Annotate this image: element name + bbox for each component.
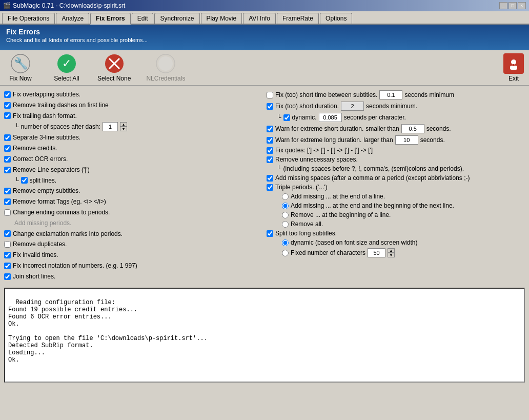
log-area: Reading configuration file: Found 19 pos… xyxy=(4,288,525,383)
fix-trailing-dash-row: Fix trailing dash format. xyxy=(4,111,262,121)
remove-credits-checkbox[interactable] xyxy=(4,145,11,152)
minimize-button[interactable]: _ xyxy=(499,2,507,9)
add-missing-end-next-row: Add missing ... at the end and the begin… xyxy=(282,202,525,210)
correct-ocr-label: Correct OCR errors. xyxy=(13,155,68,164)
fix-invalid-times-checkbox[interactable] xyxy=(4,252,11,258)
tab-options[interactable]: Options xyxy=(320,13,352,24)
warn-long-checkbox[interactable] xyxy=(267,137,273,144)
remove-empty-label: Remove empty subtitles. xyxy=(13,187,80,195)
app-icon: 🎬 xyxy=(3,2,11,9)
remove-duplicates-label: Remove duplicates. xyxy=(13,240,67,249)
select-none-icon xyxy=(104,53,125,74)
fix-incorrect-notation-checkbox[interactable] xyxy=(4,263,11,269)
remove-format-tags-row: Remove format Tags (eg. <i> </i>) xyxy=(4,197,262,207)
warn-long-input[interactable] xyxy=(395,135,418,145)
tab-fix-errors[interactable]: Fix Errors xyxy=(90,13,131,25)
tab-synchronize[interactable]: Synchronize xyxy=(154,13,199,24)
separate-3line-checkbox[interactable] xyxy=(4,134,11,141)
split-lines-row: └ split lines. xyxy=(14,176,262,186)
change-ending-commas-label: Change ending commas to periods. xyxy=(13,208,110,217)
join-short-lines-checkbox[interactable] xyxy=(4,273,11,280)
short-time-input[interactable] xyxy=(379,90,402,99)
change-ending-commas-checkbox[interactable] xyxy=(4,209,11,216)
tab-avi-info[interactable]: AVI Info xyxy=(243,13,276,24)
nl-credentials-button[interactable]: NLCredentials xyxy=(146,53,185,82)
remove-trailing-dashes-checkbox[interactable] xyxy=(4,102,11,109)
dynamic-split-radio[interactable] xyxy=(282,239,289,246)
tab-framerate[interactable]: FrameRate xyxy=(277,13,319,24)
dynamic-split-row: dynamic (based on font size and screen w… xyxy=(282,238,525,247)
fix-short-duration-checkbox[interactable] xyxy=(267,103,273,110)
spaces-up[interactable]: ▲ xyxy=(120,122,127,127)
remove-line-sep-checkbox[interactable] xyxy=(4,167,11,173)
add-missing-end-next-radio[interactable] xyxy=(282,203,289,209)
exit-button[interactable]: Exit xyxy=(503,53,524,82)
right-panel: Fix (too) short time between subtitles. … xyxy=(267,90,525,282)
tab-analyze[interactable]: Analyze xyxy=(56,13,89,24)
remove-empty-checkbox[interactable] xyxy=(4,188,11,194)
add-missing-periods-label: Add missing periods. xyxy=(14,219,71,228)
select-all-label: Select All xyxy=(54,75,79,82)
split-lines-checkbox[interactable] xyxy=(21,177,28,184)
number-spaces-label: number of spaces after dash: xyxy=(21,123,100,131)
remove-all-label: Remove all. xyxy=(291,221,323,228)
remove-beginning-row: Remove ... at the beginning of a line. xyxy=(282,211,525,219)
fix-short-time-checkbox[interactable] xyxy=(267,92,273,98)
change-exclamation-checkbox[interactable] xyxy=(4,230,11,237)
fixed-chars-up[interactable]: ▲ xyxy=(388,248,395,253)
tab-file-operations[interactable]: File Operations xyxy=(2,13,55,24)
svg-rect-11 xyxy=(510,66,517,70)
remove-empty-row: Remove empty subtitles. xyxy=(4,186,262,196)
exit-icon xyxy=(503,53,524,74)
fixed-chars-down[interactable]: ▼ xyxy=(388,253,395,257)
tab-bar: File Operations Analyze Fix Errors Edit … xyxy=(0,11,529,25)
remove-format-tags-checkbox[interactable] xyxy=(4,198,11,205)
maximize-button[interactable]: □ xyxy=(508,2,517,9)
remove-all-radio[interactable] xyxy=(282,221,289,228)
svg-text:✓: ✓ xyxy=(62,57,71,70)
select-none-button[interactable]: Select None xyxy=(97,53,131,82)
title-bar-left: 🎬 SubMagic 0.71 - C:\downloads\p-spirit.… xyxy=(3,2,125,9)
fixed-chars-row: Fixed number of characters ▲ ▼ xyxy=(282,248,525,258)
tab-play-movie[interactable]: Play Movie xyxy=(201,13,242,24)
correct-ocr-checkbox[interactable] xyxy=(4,156,11,163)
l-indent2: └ xyxy=(14,176,19,185)
fixed-chars-radio[interactable] xyxy=(282,250,289,256)
dynamic-input[interactable] xyxy=(319,113,342,122)
fix-overlapping-checkbox[interactable] xyxy=(4,91,11,98)
fix-now-label: Fix Now xyxy=(9,75,31,82)
dynamic-checkbox[interactable] xyxy=(283,114,290,121)
add-missing-spaces-checkbox[interactable] xyxy=(267,175,273,182)
change-ending-commas-row: Change ending commas to periods. xyxy=(4,208,262,217)
spaces-down[interactable]: ▼ xyxy=(120,127,127,131)
separate-3line-row: Separate 3-line subtitles. xyxy=(4,133,262,143)
add-missing-spaces-row: Add missing spaces (after a comma or a p… xyxy=(267,174,525,182)
spaces-input[interactable] xyxy=(103,122,118,131)
short-duration-input[interactable] xyxy=(341,102,364,111)
remove-duplicates-checkbox[interactable] xyxy=(4,241,11,248)
fix-invalid-times-label: Fix invalid times. xyxy=(13,251,58,259)
triple-periods-checkbox[interactable] xyxy=(267,184,273,191)
select-all-button[interactable]: ✓ Select All xyxy=(51,53,82,82)
close-button[interactable]: × xyxy=(518,2,526,9)
fix-quotes-row: Fix quotes: ['] -> ['] - ['] -> ['] - ['… xyxy=(267,146,525,154)
tab-edit[interactable]: Edit xyxy=(132,13,154,24)
remove-beginning-radio[interactable] xyxy=(282,212,289,218)
add-missing-end-radio[interactable] xyxy=(282,193,289,200)
split-too-long-checkbox[interactable] xyxy=(267,230,273,237)
remove-credits-row: Remove credits. xyxy=(4,144,262,153)
fix-quotes-checkbox[interactable] xyxy=(267,147,273,154)
fix-overlapping-label: Fix overlapping subtitles. xyxy=(13,90,80,99)
fixed-chars-input[interactable] xyxy=(368,248,385,257)
warn-short-input[interactable] xyxy=(401,124,424,133)
fix-trailing-dash-label: Fix trailing dash format. xyxy=(13,112,77,121)
short-time-suffix: seconds minimum xyxy=(404,91,454,98)
remove-line-sep-label: Remove Line separators ('|') xyxy=(13,166,90,174)
short-duration-suffix: seconds minimum. xyxy=(366,103,417,110)
fix-trailing-dash-checkbox[interactable] xyxy=(4,112,11,119)
remove-unnecessary-spaces-checkbox[interactable] xyxy=(267,156,273,163)
remove-unnecessary-spaces-label: Remove unnecessary spaces. xyxy=(275,156,358,163)
l-indent3: └ xyxy=(277,114,281,121)
warn-short-checkbox[interactable] xyxy=(267,126,273,132)
fix-now-button[interactable]: 🔧 Fix Now xyxy=(5,53,36,82)
